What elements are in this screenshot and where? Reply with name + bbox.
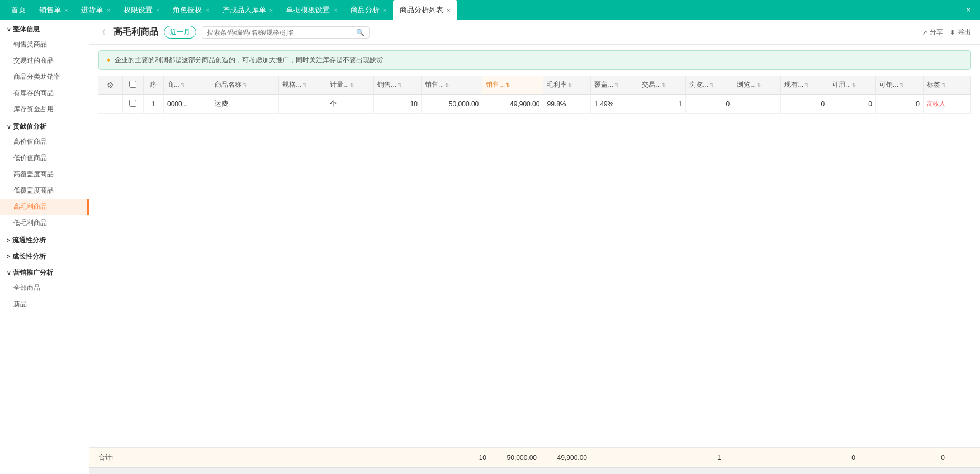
footer-totals: 合计: 10 50,000.00 49,900.00 1 0 0 (89, 447, 980, 467)
col-code[interactable]: 商...⇅ (163, 76, 211, 95)
sidebar-group-liquidity[interactable]: > 流通性分析 (0, 231, 89, 247)
filter-recent-button[interactable]: 近一月 (164, 26, 196, 39)
sidebar-group-growth[interactable]: > 成长性分析 (0, 247, 89, 264)
col-view1[interactable]: 浏览...⇅ (686, 76, 733, 95)
sidebar-item-stock-capital[interactable]: 库存资金占用 (0, 101, 89, 118)
nav-permission-settings[interactable]: 权限设置 × (117, 0, 166, 20)
cell-checkbox[interactable] (123, 95, 143, 114)
footer-saleable-stock: 0 (903, 454, 948, 462)
col-checkbox[interactable] (123, 76, 143, 95)
settings-icon[interactable]: ⚙ (107, 81, 114, 90)
col-saleable-stock[interactable]: 可销...⇅ (876, 76, 924, 95)
export-button[interactable]: ⬇ 导出 (950, 27, 971, 37)
cell-sales-qty: 10 (374, 95, 422, 114)
sidebar-item-stock-goods[interactable]: 有库存的商品 (0, 85, 89, 101)
close-icon[interactable]: × (447, 7, 450, 13)
cell-saleable-stock: 0 (876, 95, 924, 114)
search-icon[interactable]: 🔍 (356, 29, 364, 36)
data-table: ⚙ 序 商...⇅ 商品名称⇅ 规格...⇅ (98, 76, 971, 114)
footer-spacer4 (356, 454, 400, 462)
sidebar-item-category-rate[interactable]: 商品分类助销率 (0, 69, 89, 85)
sidebar-item-sales-goods[interactable]: 销售类商品 (0, 36, 89, 53)
cell-gross-margin: 99.8% (543, 95, 591, 114)
col-unit[interactable]: 计量...⇅ (326, 76, 374, 95)
cell-rownum: 1 (143, 95, 163, 114)
close-icon[interactable]: × (205, 7, 209, 13)
col-available-stock[interactable]: 可用...⇅ (828, 76, 876, 95)
col-spec[interactable]: 规格...⇅ (279, 76, 326, 95)
sidebar-item-traded-goods[interactable]: 交易过的商品 (0, 53, 89, 69)
chevron-right-icon: > (7, 237, 10, 243)
nav-template-settings[interactable]: 单据模板设置 × (280, 0, 343, 20)
sidebar-collapse-button[interactable]: 《 (98, 27, 106, 37)
table-header-row: ⚙ 序 商...⇅ 商品名称⇅ 规格...⇅ (98, 76, 971, 95)
view-link[interactable]: 0 (726, 100, 730, 108)
footer-spacer2 (255, 454, 300, 462)
sidebar-item-low-coverage[interactable]: 低覆盖度商品 (0, 182, 89, 199)
tag-label: 高收入 (927, 100, 945, 107)
close-icon[interactable]: × (64, 7, 68, 13)
cell-coverage: 1.49% (591, 95, 638, 114)
nav-purchase-order[interactable]: 进货单 × (74, 0, 116, 20)
col-gross-margin[interactable]: 毛利率⇅ (543, 76, 591, 95)
col-view2[interactable]: 浏览...⇅ (733, 76, 781, 95)
sidebar-item-low-margin[interactable]: 低毛利商品 (0, 215, 89, 231)
sidebar-item-high-margin[interactable]: 高毛利商品 (0, 199, 89, 215)
footer-spacer7 (635, 454, 680, 462)
table-row: 1 0000... 运费 个 10 50,000.00 49,900.00 99… (98, 95, 971, 114)
chevron-right-icon: > (7, 254, 10, 260)
sidebar-item-new-goods[interactable]: 新品 (0, 296, 89, 312)
horizontal-scrollbar[interactable] (89, 467, 980, 474)
nav-product-inbound[interactable]: 产成品入库单 × (216, 0, 280, 20)
header-actions: ↗ 分享 ⬇ 导出 (922, 27, 971, 37)
col-coverage[interactable]: 覆盖...⇅ (591, 76, 638, 95)
close-icon[interactable]: × (156, 7, 159, 13)
close-icon[interactable]: × (383, 7, 386, 13)
footer-spacer9 (769, 454, 814, 462)
cell-view1[interactable]: 0 (686, 95, 733, 114)
content-header: 《 高毛利商品 近一月 🔍 ↗ 分享 ⬇ 导出 (89, 20, 980, 45)
col-sales-cost[interactable]: 销售...⇅ (482, 76, 543, 95)
row-checkbox[interactable] (129, 100, 136, 107)
sidebar-item-high-value[interactable]: 高价值商品 (0, 134, 89, 150)
col-tag[interactable]: 标签⇅ (923, 76, 970, 95)
table-wrapper[interactable]: ⚙ 序 商...⇅ 商品名称⇅ 规格...⇅ (89, 76, 980, 447)
nav-role-auth[interactable]: 角色授权 × (166, 0, 215, 20)
sidebar-item-all-goods[interactable]: 全部商品 (0, 280, 89, 296)
sidebar-item-low-value[interactable]: 低价值商品 (0, 150, 89, 166)
col-name[interactable]: 商品名称⇅ (211, 76, 278, 95)
export-icon: ⬇ (950, 29, 955, 36)
window-close-button[interactable]: × (962, 5, 976, 15)
nav-product-analysis-list[interactable]: 商品分析列表 × (393, 0, 457, 20)
footer-current-stock: 0 (814, 454, 859, 462)
share-button[interactable]: ↗ 分享 (922, 27, 943, 37)
nav-product-analysis[interactable]: 商品分析 × (344, 0, 393, 20)
chevron-down-icon: ∨ (7, 270, 11, 276)
col-transaction[interactable]: 交易...⇅ (638, 76, 686, 95)
close-icon[interactable]: × (269, 7, 273, 13)
col-sales-amount[interactable]: 销售...⇅ (422, 76, 482, 95)
footer-sales-amount: 50,000.00 (490, 454, 540, 462)
sidebar-item-high-coverage[interactable]: 高覆盖度商品 (0, 166, 89, 182)
cell-code: 0000... (163, 95, 211, 114)
cell-transaction: 1 (638, 95, 686, 114)
sidebar-group-overall[interactable]: ∨ 整体信息 (0, 20, 89, 36)
select-all-checkbox[interactable] (129, 81, 136, 88)
sidebar-group-marketing[interactable]: ∨ 营销推广分析 (0, 264, 89, 280)
cell-current-stock: 0 (781, 95, 828, 114)
col-current-stock[interactable]: 现有...⇅ (781, 76, 828, 95)
close-icon[interactable]: × (106, 7, 110, 13)
cell-sales-amount: 50,000.00 (422, 95, 482, 114)
chevron-down-icon: ∨ (7, 124, 11, 130)
nav-sales-order[interactable]: 销售单 × (32, 0, 74, 20)
nav-home[interactable]: 首页 (4, 0, 32, 20)
cell-spec (279, 95, 326, 114)
sidebar-group-contribution[interactable]: ∨ 贡献值分析 (0, 118, 89, 134)
search-input[interactable] (207, 29, 356, 36)
footer-spacer8 (725, 454, 769, 462)
col-settings[interactable]: ⚙ (98, 76, 123, 95)
col-sales-qty[interactable]: 销售...⇅ (374, 76, 422, 95)
col-rownum: 序 (143, 76, 163, 95)
cell-name: 运费 (211, 95, 278, 114)
close-icon[interactable]: × (333, 7, 337, 13)
